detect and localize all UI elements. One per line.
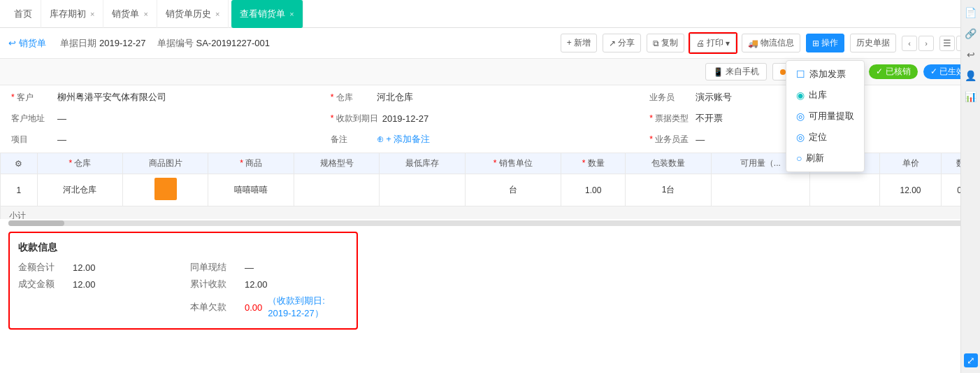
copy-button[interactable]: ⧉ 复制 [647,34,684,52]
history-button[interactable]: 历史单据 [850,34,896,52]
payment-title: 收款信息 [18,241,348,254]
sidebar-return-icon[interactable]: ↩ [964,48,978,62]
share-button[interactable]: ↗ 分享 [603,34,641,52]
from-phone-button[interactable]: 📱 来自手机 [705,63,767,80]
address-field: 客户地址 — [11,112,331,125]
nav-arrows: ‹ › [902,36,934,51]
print-dropdown-icon: ▾ [726,38,730,48]
payment-transaction-row: 成交金额 12.00 [18,278,176,290]
add-invoice-item[interactable]: ☐ 添加发票 [786,64,864,85]
sidebar-user-icon[interactable]: 👤 [964,69,978,83]
col-settings[interactable]: ⚙ [1,153,38,174]
payment-grid: 金额合计 12.00 同单现结 — 成交金额 12.00 累计收款 12.00 … [18,261,348,320]
col-price: 单价 [879,153,942,174]
project-field: 项目 — [11,133,331,146]
warehouse-field: 仓库 河北仓库 [331,91,650,104]
copy-icon: ⧉ [653,38,659,48]
doc-number: 单据编号 SA-20191227-001 [157,37,271,50]
add-invoice-icon: ☐ [796,69,805,80]
tab-sales-history-close[interactable]: × [215,10,219,18]
tab-view-sales[interactable]: 查看销货单 × [231,0,303,28]
available-qty-item[interactable]: ◎ 可用量提取 [786,106,864,127]
print-icon: 🖨 [696,38,705,48]
sidebar-doc-icon[interactable]: 📄 [964,6,978,20]
next-arrow[interactable]: › [918,36,934,51]
refresh-item[interactable]: ○ 刷新 [786,148,864,169]
payment-settlement-row: 同单现结 — [190,261,348,274]
subtotal-row: 小计 [1,206,980,220]
expand-icon[interactable]: ⤢ [964,353,978,367]
sidebar-link-icon[interactable]: 🔗 [964,27,978,41]
tab-sales-close[interactable]: × [143,10,147,18]
horizontal-scrollbar[interactable] [8,220,972,226]
col-img: 商品图片 [123,153,208,174]
logistics-icon: 🚚 [748,38,758,48]
col-qty: 数量 [561,153,626,174]
print-wrapper: 🖨 打印 ▾ [690,34,736,52]
dropdown-menu: ☐ 添加发票 ◉ 出库 ◎ 可用量提取 ◎ 定位 ○ 刷新 [786,60,865,172]
tab-inventory-close[interactable]: × [90,10,94,18]
customer-field: 客户 柳州粤港平安气体有限公司 [11,91,331,104]
tab-bar: 首页 库存期初 × 销货单 × 销货单历史 × 查看销货单 × × [0,0,980,28]
col-pkg: 包装数量 [626,153,711,174]
doc-header: ↩ 销货单 单据日期 2019-12-27 单据编号 SA-20191227-0… [0,28,980,59]
note-field: 备注 ⊕ + 添加备注 [331,133,650,146]
sidebar-chart-icon[interactable]: 📊 [964,90,978,104]
outbound-icon: ◉ [796,90,805,101]
add-note-icon: ⊕ [377,134,384,144]
col-unit: 销售单位 [465,153,561,174]
outbound-item[interactable]: ◉ 出库 [786,85,864,106]
toolbar: + 新增 ↗ 分享 ⧉ 复制 🖨 打印 ▾ 🚚 物流信息 [561,34,972,52]
tab-inventory[interactable]: 库存期初 × [41,0,103,28]
logistics-button[interactable]: 🚚 物流信息 [742,34,800,52]
new-button[interactable]: + 新增 [561,34,597,52]
available-qty-icon: ◎ [796,111,805,122]
payment-cumulative-row: 累计收款 12.00 [190,278,348,290]
locate-item[interactable]: ◎ 定位 [786,127,864,148]
tab-view-sales-close[interactable]: × [289,10,294,18]
col-min-stock: 最低库存 [380,153,465,174]
doc-date-label: 单据日期 2019-12-27 [60,37,146,50]
print-button[interactable]: 🖨 打印 ▾ [690,34,736,52]
refresh-icon: ○ [796,153,802,164]
payment-total-row: 金额合计 12.00 [18,261,176,274]
col-spec: 规格型号 [294,153,379,174]
doc-icon: ↩ [8,38,16,48]
sidebar-expand[interactable]: ⤢ [964,353,978,367]
col-warehouse: 仓库 [37,153,122,174]
product-image [154,178,177,200]
share-icon: ↗ [609,38,616,48]
operation-button[interactable]: ⊞ 操作 [806,34,844,52]
tab-home[interactable]: 首页 [6,0,41,28]
payment-balance-spacer [18,295,176,320]
right-sidebar: 📄 🔗 ↩ 👤 📊 ⤢ [960,0,980,373]
col-product: 商品 [208,153,294,174]
doc-title: ↩ 销货单 [8,37,46,50]
tab-sales-history[interactable]: 销货单历史 × [157,0,229,28]
due-date-field: 收款到期日 2019-12-27 [331,112,650,125]
payment-balance-row: 本单欠款 0.00 （收款到期日: 2019-12-27） [190,295,348,320]
scrollbar-thumb[interactable] [8,220,64,226]
confirmed-badge: ✓ 已核销 [869,64,917,79]
payment-section: 收款信息 金额合计 12.00 同单现结 — 成交金额 12.00 累计收款 1… [8,232,358,330]
table-row: 1 河北仓库 嘻嘻嘻嘻 台 1.00 1台 12.00 0. [1,174,980,206]
phone-icon: 📱 [713,67,723,77]
doc-meta: 单据日期 2019-12-27 单据编号 SA-20191227-001 [60,37,270,50]
locate-icon: ◎ [796,132,805,143]
tab-sales[interactable]: 销货单 × [103,0,157,28]
prev-arrow[interactable]: ‹ [902,36,917,51]
operation-icon: ⊞ [812,38,819,48]
list-view-btn[interactable]: ☰ [939,36,955,51]
